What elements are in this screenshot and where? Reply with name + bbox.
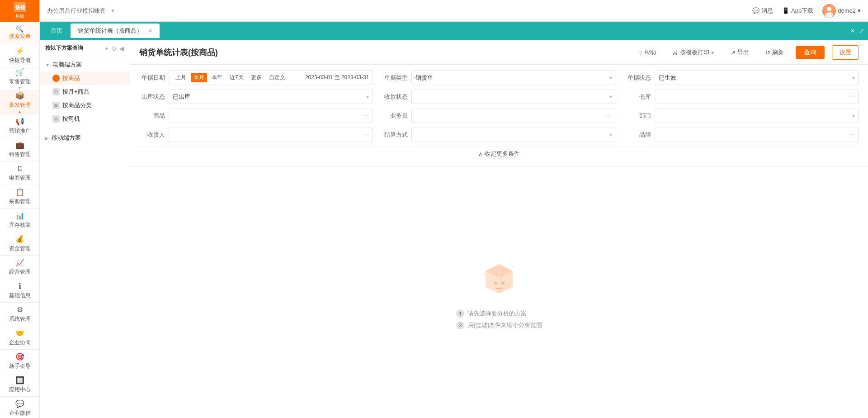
refresh-scheme-btn[interactable]: ⊙	[111, 45, 117, 52]
svg-point-10	[501, 282, 504, 285]
print-dropdown-icon: ▾	[711, 49, 714, 56]
retail-icon: 🛒	[15, 68, 24, 76]
tab-close-all-icon[interactable]: ✕	[850, 27, 855, 34]
left-panel-title: 按以下方案查询	[45, 44, 83, 52]
tab-maximize-icon[interactable]: ⤢	[859, 27, 864, 34]
tree-parent-mobile[interactable]: ▶ 移动端方案	[40, 131, 130, 145]
filter-department-cell: 部门 ▾	[625, 109, 859, 123]
message-icon: 💬	[752, 7, 760, 14]
wechat-icon: 💬	[15, 399, 24, 408]
settings-btn[interactable]: 设置	[832, 45, 859, 60]
operations-icon: 📈	[15, 258, 24, 267]
department-input[interactable]: ▾	[655, 109, 859, 123]
brand-dots-icon[interactable]: ···	[849, 131, 855, 139]
right-panel: 销货单统计表(按商品) ? 帮助 🖨 按模板打印 ▾ ↗ 导出	[130, 40, 868, 418]
tree-child-by-product[interactable]: 按商品	[40, 71, 130, 85]
sidebar-item-wechat[interactable]: 💬 企业微信	[0, 397, 39, 418]
search-menu-item[interactable]: 🔍 搜索菜单	[0, 22, 39, 44]
filter-row-2: 出库状态 已出库 ▾ 收款状态 ▾ 仓库	[139, 90, 859, 104]
date-btn-more[interactable]: 更多	[248, 73, 264, 82]
date-input[interactable]: 上月 本月 本年 近7天 更多 自定义 2023-03-01 至 2023-03…	[169, 70, 373, 85]
filter-area: 单据日期 上月 本月 本年 近7天 更多 自定义 2023-03-01 至 20…	[130, 65, 868, 166]
scheme-by-month-product-label: 按月+商品	[62, 88, 90, 96]
tip-num-1: 1	[456, 309, 464, 318]
tab-report[interactable]: 销货单统计表（按商品） ✕	[71, 24, 160, 38]
tree-child-by-driver[interactable]: ⊞ 按司机	[40, 112, 130, 126]
tab-close-icon[interactable]: ✕	[148, 28, 152, 34]
add-scheme-btn[interactable]: +	[105, 45, 108, 52]
date-btn-last-month[interactable]: 上月	[173, 73, 189, 82]
help-icon: ?	[639, 49, 642, 56]
finance-icon: 💰	[15, 235, 24, 243]
sidebar-item-sales[interactable]: 💼 销售管理	[0, 138, 39, 162]
user-area[interactable]: demo2 ▾	[822, 4, 861, 18]
breadcrumb-dropdown-icon[interactable]: ▾	[111, 7, 114, 14]
warehouse-dots-icon[interactable]: ···	[849, 93, 855, 101]
sidebar-item-ecommerce[interactable]: 🖥 电商管理	[0, 162, 39, 185]
guide-icon: 🎯	[15, 352, 24, 361]
receipt-status-input[interactable]: ▾	[411, 90, 616, 104]
sidebar-item-quick-nav[interactable]: ⚡ 快捷导航	[0, 44, 39, 67]
tree-child-by-category[interactable]: ⊞ 按商品分类	[40, 99, 130, 112]
warehouse-input[interactable]: ···	[655, 90, 859, 104]
brand-input[interactable]: ···	[655, 128, 859, 142]
print-icon: 🖨	[672, 49, 678, 56]
sidebar-item-finance[interactable]: 💰 资金管理	[0, 232, 39, 256]
sidebar-item-enterprise[interactable]: 🤝 企业协同	[0, 326, 39, 350]
sidebar-item-marketing[interactable]: 📢 营销推广	[0, 114, 39, 138]
svg-text:✦: ✦	[483, 272, 486, 276]
svg-point-3	[827, 7, 831, 11]
stock-icon: 📊	[15, 211, 24, 220]
date-btn-custom[interactable]: 自定义	[266, 73, 288, 82]
tree-child-by-month-product[interactable]: ⊞ 按月+商品	[40, 85, 130, 99]
sidebar-item-apps[interactable]: 🔲 应用中心	[0, 373, 39, 397]
main-area: 办公用品行业模拟账套 ▾ 💬 消息 📱 App下载 de	[40, 0, 868, 418]
collapse-more-btn[interactable]: ∧ 收起更多条件	[139, 147, 859, 161]
sidebar-item-guide[interactable]: 🎯 新手引导	[0, 350, 39, 373]
scheme-by-category-label: 按商品分类	[62, 101, 92, 109]
retail-arrow: ▾	[19, 86, 21, 90]
avatar	[822, 4, 836, 18]
sidebar-item-purchase[interactable]: 📋 采购管理	[0, 185, 39, 209]
sidebar-item-system[interactable]: ⚙ 系统管理	[0, 303, 39, 326]
wholesale-arrow: ▴	[19, 109, 21, 114]
sidebar-item-operations[interactable]: 📈 经营管理	[0, 256, 39, 279]
tip-text-1: 请先选择要分析的方案	[468, 309, 527, 318]
date-btn-7days[interactable]: 近7天	[227, 73, 246, 82]
product-dots-icon[interactable]: ···	[363, 112, 369, 120]
template-print-btn[interactable]: 🖨 按模板打印 ▾	[668, 47, 719, 58]
receipt-status-label: 收款状态	[382, 93, 411, 101]
refresh-btn[interactable]: ↺ 刷新	[761, 47, 788, 58]
recipient-dots-icon[interactable]: ···	[363, 131, 369, 139]
date-quick-btns: 上月 本月 本年 近7天 更多 自定义	[173, 73, 288, 82]
sidebar-item-retail[interactable]: 🛒 零售管理 ▾	[0, 67, 39, 91]
salesperson-dots-icon[interactable]: ···	[606, 112, 612, 120]
help-btn[interactable]: ? 帮助	[635, 47, 660, 58]
warehouse-label: 仓库	[625, 93, 655, 101]
doc-type-input[interactable]: 销货单 ▾	[411, 71, 616, 85]
sidebar-item-stock[interactable]: 📊 库存核算	[0, 209, 39, 232]
left-panel-header: 按以下方案查询 + ⊙ ◀	[40, 40, 130, 55]
settlement-label: 结算方式	[382, 131, 411, 139]
svg-point-9	[494, 282, 497, 285]
doc-status-input[interactable]: 已生效 ▾	[655, 71, 859, 85]
warehouse-status-input[interactable]: 已出库 ▾	[169, 90, 373, 104]
date-btn-this-month[interactable]: 本月	[191, 73, 207, 82]
tree-parent-pc[interactable]: ▼ 电脑端方案	[40, 58, 130, 71]
settlement-input[interactable]: ▾	[411, 128, 616, 142]
tab-home[interactable]: 首页	[43, 24, 70, 38]
date-btn-this-year[interactable]: 本年	[209, 73, 225, 82]
sidebar-item-wholesale[interactable]: 📦 批发管理 ▴	[0, 91, 39, 114]
recipient-input[interactable]: ···	[169, 128, 373, 142]
salesperson-input[interactable]: ···	[411, 109, 616, 123]
filter-recipient-cell: 收货人 ···	[139, 128, 373, 142]
message-btn[interactable]: 💬 消息	[752, 7, 773, 15]
collapse-icon: ∧	[478, 151, 483, 157]
sidebar-item-basic[interactable]: ℹ 基础信息	[0, 279, 39, 303]
app-download-btn[interactable]: 📱 App下载	[782, 7, 813, 15]
collapse-panel-btn[interactable]: ◀	[119, 45, 124, 52]
query-btn[interactable]: 查询	[796, 46, 825, 59]
warehouse-status-value: 已出库	[173, 93, 190, 101]
export-btn[interactable]: ↗ 导出	[726, 47, 754, 58]
product-input[interactable]: ···	[169, 109, 373, 123]
